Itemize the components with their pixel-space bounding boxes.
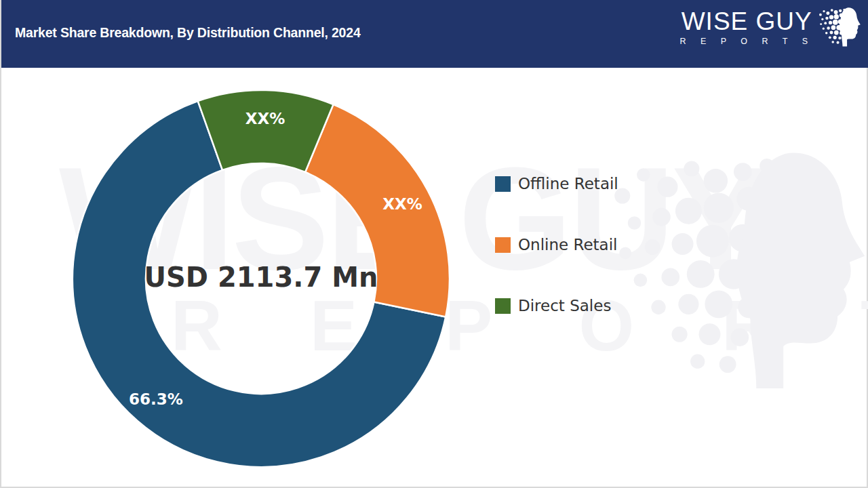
legend-item-online-retail: Online Retail	[495, 236, 618, 253]
donut-center-value: USD 2113.7 Mn	[144, 262, 378, 293]
slice-label-0: 66.3%	[129, 390, 183, 408]
legend-swatch	[495, 237, 511, 253]
legend-label: Direct Sales	[518, 297, 611, 314]
chart-legend: Offline Retail Online Retail Direct Sale…	[495, 175, 618, 358]
header-bar: Market Share Breakdown, By Distribution …	[1, 0, 868, 68]
watermark-face-icon	[598, 148, 868, 394]
brand-logo: WISE GUY R E P O R T S	[679, 7, 861, 47]
brand-logo-text: WISE GUY R E P O R T S	[679, 9, 814, 46]
slice-label-1: XX%	[382, 195, 422, 213]
legend-item-offline-retail: Offline Retail	[495, 175, 618, 192]
brand-name: WISE GUY	[682, 9, 812, 34]
donut-chart: USD 2113.7 Mn 66.3%XX%XX%	[71, 89, 451, 468]
brand-face-icon	[816, 7, 861, 47]
page-title: Market Share Breakdown, By Distribution …	[1, 25, 361, 43]
legend-item-direct-sales: Direct Sales	[495, 297, 618, 314]
legend-label: Online Retail	[518, 236, 618, 253]
report-card: WISE GUY R E P O R T S Market Share Brea…	[0, 0, 868, 488]
legend-swatch	[495, 298, 511, 314]
legend-label: Offline Retail	[518, 175, 618, 192]
slice-label-2: XX%	[245, 110, 285, 127]
legend-swatch	[495, 176, 511, 192]
brand-subname: R E P O R T S	[679, 37, 814, 46]
